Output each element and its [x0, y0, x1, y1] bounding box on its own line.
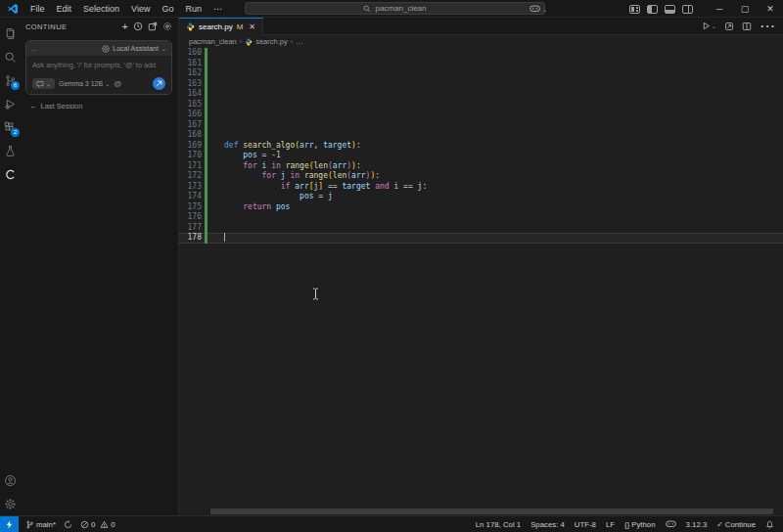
testing-icon[interactable]	[0, 139, 20, 162]
customize-layout-icon[interactable]	[629, 5, 640, 14]
chat-input-placeholder: Ask anything, '/' for prompts, '@' to ad…	[32, 61, 165, 69]
line-number: 171	[179, 161, 202, 172]
continue-extension-icon[interactable]	[0, 162, 20, 186]
remote-indicator[interactable]	[0, 516, 19, 532]
run-python-file-button[interactable]: ⌄	[702, 22, 716, 30]
toggle-panel-icon[interactable]	[665, 5, 675, 14]
breadcrumb[interactable]: pacman_clean › search.py › …	[179, 35, 783, 48]
git-added-gutter	[205, 192, 207, 202]
code-line-165[interactable]: 165	[179, 100, 783, 111]
window-maximize-button[interactable]: ▢	[732, 0, 758, 18]
code-line-169[interactable]: 169def search_algo(arr, target):	[179, 141, 783, 152]
code-line-162[interactable]: 162	[179, 68, 783, 79]
code-line-171[interactable]: 171 for i in range(len(arr)):	[179, 161, 783, 172]
titlebar-right: ⌄ ─ ▢ ✕	[530, 0, 783, 18]
code-line-164[interactable]: 164	[179, 89, 783, 100]
settings-gear-icon[interactable]	[0, 492, 20, 515]
code-editor[interactable]: 160161162163164165166167168169def search…	[179, 48, 783, 515]
code-line-161[interactable]: 161	[179, 59, 783, 69]
branch-icon	[25, 520, 34, 529]
model-name: Gemma 3 12B	[59, 80, 103, 87]
copilot-menu[interactable]: ⌄	[530, 5, 547, 14]
last-session-link[interactable]: ← Last Session	[29, 102, 178, 111]
chevron-down-icon: ⌄	[161, 45, 166, 52]
breadcrumb-symbol[interactable]: …	[296, 37, 303, 46]
context-items[interactable]: ...	[31, 45, 102, 52]
encoding-setting[interactable]: UTF-8	[570, 516, 601, 532]
code-line-172[interactable]: 172 for j in range(len(arr)):	[179, 171, 783, 182]
add-context-button[interactable]: @	[114, 79, 121, 88]
window-minimize-button[interactable]: ─	[707, 0, 732, 18]
continue-settings-gear-icon[interactable]	[162, 22, 172, 31]
line-number: 172	[179, 171, 202, 182]
menu-[interactable]: ⋯	[207, 0, 228, 18]
account-icon[interactable]	[0, 468, 20, 492]
menu-view[interactable]: View	[125, 0, 156, 18]
code-line-170[interactable]: 170 pos = -1	[179, 151, 783, 161]
open-in-editor-icon[interactable]	[148, 22, 158, 31]
git-added-gutter	[205, 182, 207, 193]
code-line-167[interactable]: 167	[179, 120, 783, 131]
run-debug-icon[interactable]	[0, 92, 20, 115]
window-close-button[interactable]: ✕	[758, 0, 783, 18]
code-line-168[interactable]: 168	[179, 130, 783, 141]
source-control-icon[interactable]: 6	[0, 68, 20, 92]
git-added-gutter	[205, 120, 207, 131]
tab-search-py[interactable]: search.py M ✕	[179, 18, 263, 35]
eol-setting[interactable]: LF	[601, 516, 620, 532]
cursor-position[interactable]: Ln 178, Col 1	[471, 516, 526, 532]
code-line-178[interactable]: 178	[179, 233, 783, 244]
git-added-gutter	[205, 100, 207, 111]
command-center-search[interactable]: pacman_clean	[245, 2, 545, 15]
line-number: 178	[179, 233, 202, 244]
sync-changes-button[interactable]	[60, 516, 76, 532]
horizontal-scrollbar[interactable]	[210, 509, 773, 514]
assistant-at-icon	[102, 45, 110, 53]
tab-close-icon[interactable]: ✕	[249, 22, 255, 31]
notifications-bell[interactable]	[760, 516, 779, 532]
extensions-icon[interactable]: 2	[0, 115, 20, 139]
copilot-status[interactable]	[661, 516, 681, 532]
line-number: 174	[179, 192, 202, 202]
code-line-174[interactable]: 174 pos = j	[179, 192, 783, 202]
history-icon[interactable]	[133, 22, 143, 31]
code-line-163[interactable]: 163	[179, 79, 783, 90]
code-line-177[interactable]: 177	[179, 223, 783, 234]
toggle-primary-sidebar-icon[interactable]	[647, 5, 658, 14]
open-changes-icon[interactable]	[724, 22, 734, 31]
code-line-173[interactable]: 173 if arr[j] == target and i == j:	[179, 182, 783, 193]
code-line-160[interactable]: 160	[179, 48, 783, 59]
code-line-166[interactable]: 166	[179, 110, 783, 120]
code-line-175[interactable]: 175 return pos	[179, 202, 783, 213]
menu-selection[interactable]: Selection	[77, 0, 125, 18]
send-button[interactable]	[153, 77, 165, 90]
python-interpreter[interactable]: 3.12.3	[681, 516, 713, 532]
code-text: return pos	[224, 202, 290, 213]
toggle-secondary-sidebar-icon[interactable]	[682, 5, 693, 14]
git-added-gutter	[205, 130, 207, 141]
code-line-176[interactable]: 176	[179, 212, 783, 223]
breadcrumb-folder[interactable]: pacman_clean	[189, 37, 237, 46]
search-view-icon[interactable]	[0, 45, 20, 68]
back-arrow-icon: ←	[29, 102, 37, 111]
chat-input-area[interactable]: Ask anything, '/' for prompts, '@' to ad…	[26, 56, 171, 94]
branch-name: main*	[36, 520, 56, 529]
menu-go[interactable]: Go	[156, 0, 179, 18]
indentation-setting[interactable]: Spaces: 4	[526, 516, 570, 532]
mode-selector[interactable]: ⌄	[32, 78, 55, 89]
menu-edit[interactable]: Edit	[51, 0, 78, 18]
continue-status[interactable]: ✓ Continue	[712, 516, 760, 532]
model-selector[interactable]: Gemma 3 12B ⌄	[59, 80, 110, 87]
language-mode[interactable]: {} Python	[620, 516, 661, 532]
menu-run[interactable]: Run	[179, 0, 207, 18]
menu-file[interactable]: File	[24, 0, 51, 18]
assistant-selector[interactable]: Local Assistant ⌄	[102, 45, 166, 53]
git-branch-status[interactable]: main*	[22, 516, 60, 532]
explorer-icon[interactable]	[0, 22, 20, 45]
tab-file-name: search.py	[199, 22, 233, 31]
split-editor-icon[interactable]	[742, 22, 752, 31]
new-session-button[interactable]: +	[122, 21, 128, 32]
more-actions-button[interactable]: ⋯	[760, 17, 775, 35]
problems-status[interactable]: 0 0	[76, 516, 119, 532]
breadcrumb-file[interactable]: search.py	[255, 37, 288, 46]
